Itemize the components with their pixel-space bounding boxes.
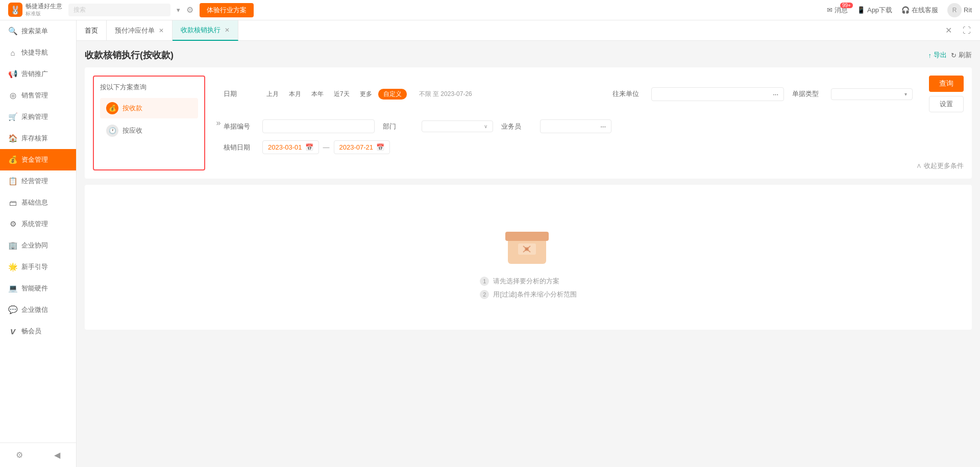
tab-receipt-close[interactable]: ✕ [225,27,230,34]
date-btn-custom[interactable]: 自定义 [378,89,407,100]
enterprise-icon: 🏢 [8,241,17,250]
tab-receipt-offset[interactable]: 收款核销执行 ✕ [173,20,238,41]
filter-collapse-btn[interactable]: » [213,76,224,170]
empty-hint-1: 1 请先选择要分析的方案 [480,277,559,286]
filter-option-by-receivable[interactable]: 🕐 按应收 [100,120,198,141]
date-btn-this-year[interactable]: 本年 [307,89,328,100]
more-conditions-toggle[interactable]: ∧ 收起更多条件 [224,161,964,170]
bill-type-select[interactable]: ▾ [831,88,913,100]
dropdown-icon[interactable]: ▾ [177,6,180,14]
date-no-limit-text: 不限 至 2023-07-26 [419,90,604,99]
sidebar-item-inventory[interactable]: 🏠 库存核算 [0,128,76,149]
tab-home-label: 首页 [85,26,98,35]
sidebar-item-beginner[interactable]: 🌟 新手引导 [0,256,76,278]
settings-icon[interactable]: ⚙ [186,5,193,15]
partner-label: 往来单位 [612,89,643,99]
filter-area: 按以下方案查询 💰 按收款 🕐 按应收 » 日期 [85,67,972,179]
filter-row-1: 日期 上月 本月 本年 近7天 更多 自定义 不限 至 2023-07-26 [224,76,964,112]
export-icon: ↑ [928,52,932,59]
partner-select[interactable]: ··· [651,87,784,101]
sidebar-label-enterprise: 企业协同 [21,241,48,250]
by-receivable-label: 按应收 [122,126,142,135]
department-select[interactable]: ∨ [422,120,493,132]
by-receivable-icon: 🕐 [106,125,118,137]
bill-no-input[interactable] [262,119,375,133]
sidebar-item-finance[interactable]: 💰 资金管理 [0,149,76,170]
svg-rect-1 [505,232,549,241]
brand-text: 畅捷通好生意 标准版 [26,3,62,17]
export-button[interactable]: ↑ 导出 [928,51,947,60]
partner-input-area: ··· [651,87,784,101]
sidebar-label-basic-info: 基础信息 [21,198,48,207]
staff-select[interactable]: ··· [540,119,611,133]
page-header-actions: ↑ 导出 ↻ 刷新 [928,51,972,60]
messages-button[interactable]: ✉ 消息 99+ [827,6,848,15]
date-btn-last-month[interactable]: 上月 [262,89,283,100]
sidebar-item-sales[interactable]: ◎ 销售管理 [0,85,76,106]
beginner-icon: 🌟 [8,262,17,272]
sidebar-collapse-btn[interactable]: ◀ [51,447,63,463]
sidebar-label-beginner: 新手引导 [21,262,48,272]
sidebar-item-system[interactable]: ⚙ 系统管理 [0,213,76,235]
user-area[interactable]: R Rit [947,3,972,17]
verify-date-end[interactable]: 2023-07-21 📅 [334,140,390,154]
top-bar: 🐰 畅捷通好生意 标准版 搜索 ▾ ⚙ 体验行业方案 ✉ 消息 99+ 📱 Ap… [0,0,980,20]
operations-icon: 📋 [8,177,17,186]
tab-prepay-close[interactable]: ✕ [159,27,164,34]
solution-button[interactable]: 体验行业方案 [200,3,254,17]
sidebar-label-inventory: 库存核算 [21,134,48,143]
tab-prepay-label: 预付冲应付单 [115,26,155,35]
filter-left-title: 按以下方案查询 [100,83,198,92]
refresh-button[interactable]: ↻ 刷新 [951,51,972,60]
sidebar-label-search: 搜索菜单 [21,27,48,36]
page-content: 收款核销执行(按收款) ↑ 导出 ↻ 刷新 按以下方案查询 [77,41,980,467]
sidebar-item-basic-info[interactable]: 🗃 基础信息 [0,192,76,213]
sidebar-item-operations[interactable]: 📋 经营管理 [0,170,76,192]
search-placeholder: 搜索 [74,6,86,13]
brand-sub: 标准版 [26,10,62,17]
filter-option-by-receipt[interactable]: 💰 按收款 [100,98,198,118]
sidebar-item-purchase[interactable]: 🛒 采购管理 [0,106,76,128]
sidebar-label-purchase: 采购管理 [21,112,48,121]
sidebar: 🔍 搜索菜单 ⌂ 快捷导航 📢 营销推广 ◎ 销售管理 🛒 采购管理 🏠 库存核… [0,20,77,467]
calendar-end-icon: 📅 [376,143,384,151]
date-btn-7days[interactable]: 近7天 [330,89,354,100]
search-icon: 🔍 [8,27,17,36]
online-service-button[interactable]: 🎧 在线客服 [901,6,938,15]
calendar-start-icon: 📅 [305,143,313,151]
tab-home[interactable]: 首页 [77,20,107,41]
query-button[interactable]: 查询 [929,76,964,92]
tab-bar-right: ✕ ⛶ [941,23,980,38]
verify-date-start[interactable]: 2023-03-01 📅 [262,140,319,154]
logo-icon: 🐰 [8,3,22,17]
more-conditions-label: ∧ 收起更多条件 [916,161,964,170]
sidebar-item-wechat[interactable]: 💬 企业微信 [0,299,76,321]
sidebar-label-member: 畅会员 [21,327,41,336]
sidebar-label-marketing: 营销推广 [21,69,48,79]
tab-window-close-btn[interactable]: ✕ [941,23,955,38]
date-btn-this-month[interactable]: 本月 [285,89,305,100]
staff-label: 业务员 [501,122,532,131]
system-icon: ⚙ [8,219,17,229]
username: Rit [964,6,972,14]
home-icon: ⌂ [8,48,17,57]
sidebar-item-marketing[interactable]: 📢 营销推广 [0,63,76,85]
sidebar-item-search[interactable]: 🔍 搜索菜单 [0,20,76,42]
bill-type-label: 单据类型 [792,89,823,99]
sidebar-item-quick-nav[interactable]: ⌂ 快捷导航 [0,42,76,63]
settings-button[interactable]: 设置 [929,96,964,112]
sidebar-item-enterprise[interactable]: 🏢 企业协同 [0,235,76,256]
service-icon: 🎧 [901,6,910,14]
query-buttons: 查询 设置 [929,76,964,112]
sidebar-settings-btn[interactable]: ⚙ [13,447,26,463]
page-header: 收款核销执行(按收款) ↑ 导出 ↻ 刷新 [85,49,972,61]
date-btn-more[interactable]: 更多 [356,89,376,100]
hint-text-2: 用[过滤]条件来缩小分析范围 [493,290,576,299]
page-title: 收款核销执行(按收款) [85,49,174,61]
sidebar-item-hardware[interactable]: 💻 智能硬件 [0,278,76,299]
app-download-button[interactable]: 📱 App下载 [857,6,892,15]
partner-dots: ··· [773,90,778,98]
sidebar-item-member[interactable]: V 畅会员 [0,321,76,342]
tab-prepay-offset[interactable]: 预付冲应付单 ✕ [107,20,173,41]
tab-window-expand-btn[interactable]: ⛶ [960,23,974,38]
